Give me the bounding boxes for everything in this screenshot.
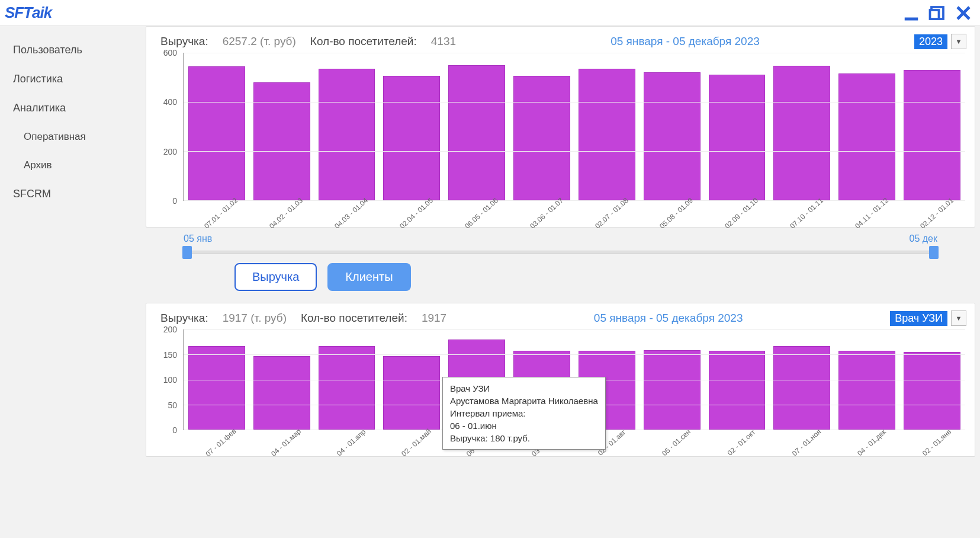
revenue-value-2: 1917 (т. руб) bbox=[223, 312, 287, 325]
panel-overall-header: Выручка: 6257.2 (т. руб) Кол-во посетите… bbox=[152, 30, 969, 53]
tab-revenue[interactable]: Выручка bbox=[234, 263, 317, 291]
visitors-value: 4131 bbox=[431, 35, 456, 48]
app-logo: SFTaik bbox=[0, 0, 52, 26]
sidebar-item-logistics[interactable]: Логистика bbox=[0, 65, 141, 94]
slider-thumb-to[interactable] bbox=[929, 246, 939, 259]
tab-clients[interactable]: Клиенты bbox=[327, 263, 410, 291]
bar[interactable] bbox=[319, 346, 375, 430]
y-tick: 50 bbox=[168, 401, 177, 410]
bar[interactable] bbox=[448, 65, 505, 200]
bar[interactable] bbox=[188, 346, 245, 430]
bar[interactable] bbox=[644, 350, 701, 430]
y-tick: 0 bbox=[172, 196, 177, 206]
y-tick: 600 bbox=[163, 48, 177, 57]
bar[interactable] bbox=[904, 70, 960, 200]
bar[interactable] bbox=[383, 76, 440, 200]
chart-doctor[interactable]: 050100150200 07 - 01.фев04 - 01.мар04 - … bbox=[152, 329, 969, 454]
panel-doctor-header: Выручка: 1917 (т. руб) Кол-во посетителе… bbox=[152, 307, 969, 329]
panel-doctor: Выручка: 1917 (т. руб) Кол-во посетителе… bbox=[146, 303, 975, 457]
bar[interactable] bbox=[383, 356, 440, 430]
window-controls bbox=[901, 2, 980, 24]
year-pill: 2023 bbox=[914, 34, 947, 49]
bar[interactable] bbox=[319, 69, 375, 200]
bar[interactable] bbox=[773, 66, 830, 200]
bar[interactable] bbox=[513, 76, 570, 200]
y-tick: 150 bbox=[163, 350, 177, 360]
revenue-label: Выручка: bbox=[160, 35, 208, 48]
chart-tooltip: Врач УЗИ Арустамова Маргарита Николаевна… bbox=[442, 377, 606, 450]
bar[interactable] bbox=[838, 351, 895, 430]
close-icon[interactable] bbox=[953, 2, 974, 24]
bar[interactable] bbox=[773, 346, 830, 430]
bar[interactable] bbox=[188, 66, 245, 200]
visitors-label-2: Кол-во посетителей: bbox=[301, 312, 407, 325]
sidebar-item-analytics[interactable]: Аналитика bbox=[0, 94, 141, 123]
chevron-down-icon[interactable]: ▼ bbox=[951, 310, 966, 326]
main-content: Выручка: 6257.2 (т. руб) Кол-во посетите… bbox=[141, 26, 980, 538]
y-tick: 200 bbox=[163, 325, 177, 334]
sidebar-item-user[interactable]: Пользователь bbox=[0, 36, 141, 65]
y-tick: 0 bbox=[172, 425, 177, 435]
y-tick: 200 bbox=[163, 147, 177, 156]
bar[interactable] bbox=[904, 352, 960, 430]
bar[interactable] bbox=[253, 356, 310, 430]
bar[interactable] bbox=[838, 73, 895, 200]
doctor-selector: Врач УЗИ ▼ bbox=[890, 310, 966, 326]
sidebar-sub-archive[interactable]: Архив bbox=[0, 151, 141, 180]
panel-overall: Выручка: 6257.2 (т. руб) Кол-во посетите… bbox=[146, 26, 975, 228]
visitors-value-2: 1917 bbox=[422, 312, 446, 325]
sidebar: Пользователь Логистика Аналитика Операти… bbox=[0, 26, 141, 538]
svg-rect-2 bbox=[930, 10, 939, 19]
date-range: 05 января - 05 декабря 2023 bbox=[470, 35, 900, 48]
maximize-icon[interactable] bbox=[927, 2, 948, 24]
chart-overall[interactable]: 0200400600 07.01 - 01.0204.02 - 01.0304.… bbox=[152, 53, 969, 225]
y-tick: 400 bbox=[163, 97, 177, 107]
chevron-down-icon[interactable]: ▼ bbox=[951, 34, 966, 49]
slider-thumb-from[interactable] bbox=[182, 246, 192, 259]
y-tick: 100 bbox=[163, 375, 177, 385]
visitors-label: Кол-во посетителей: bbox=[310, 35, 417, 48]
titlebar: SFTaik bbox=[0, 0, 980, 26]
bar[interactable] bbox=[709, 351, 766, 430]
bar[interactable] bbox=[709, 75, 766, 200]
year-selector: 2023 ▼ bbox=[914, 34, 966, 49]
doctor-pill: Врач УЗИ bbox=[890, 311, 947, 326]
sidebar-item-sfcrm[interactable]: SFCRM bbox=[0, 180, 141, 209]
date-range-2: 05 января - 05 декабря 2023 bbox=[461, 312, 876, 325]
revenue-value: 6257.2 (т. руб) bbox=[223, 35, 296, 48]
bar[interactable] bbox=[253, 82, 310, 200]
revenue-label-2: Выручка: bbox=[160, 312, 208, 325]
minimize-icon[interactable] bbox=[901, 2, 922, 24]
bar[interactable] bbox=[579, 69, 635, 200]
bar[interactable] bbox=[644, 72, 701, 200]
sidebar-sub-operative[interactable]: Оперативная bbox=[0, 123, 141, 151]
date-slider-row: 05 янв 05 дек Выручка Клиенты bbox=[146, 231, 975, 303]
date-slider[interactable] bbox=[181, 246, 940, 258]
